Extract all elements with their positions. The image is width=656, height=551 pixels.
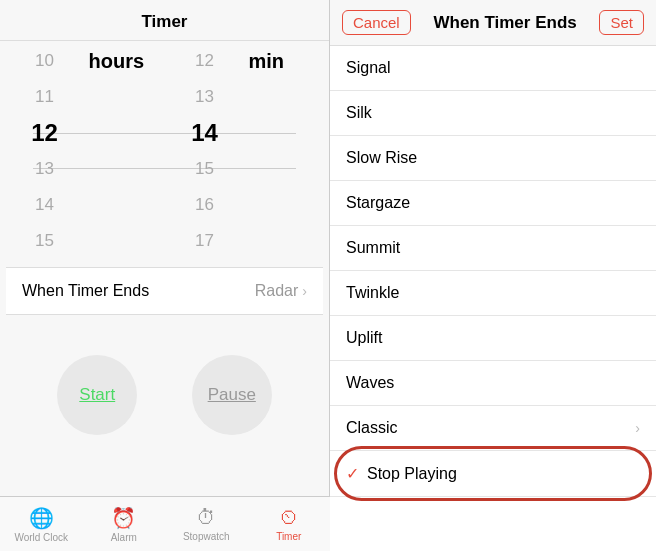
picker-item-selected: 12	[5, 115, 85, 151]
picker-item: 14	[5, 187, 85, 223]
tab-alarm[interactable]: ⏰ Alarm	[83, 497, 166, 551]
sound-item-twinkle[interactable]: Twinkle	[330, 271, 656, 316]
picker-item: 12	[165, 43, 245, 79]
minutes-column[interactable]: 12 13 14 15 16 17	[165, 43, 245, 259]
chevron-right-icon: ›	[302, 283, 307, 299]
picker-item: 13	[5, 151, 85, 187]
tab-timer[interactable]: ⏲ Timer	[248, 497, 331, 551]
sound-item-summit[interactable]: Summit	[330, 226, 656, 271]
picker-item: 13	[165, 79, 245, 115]
sound-item-stargaze[interactable]: Stargaze	[330, 181, 656, 226]
sound-item-classic[interactable]: Classic ›	[330, 406, 656, 451]
hours-column[interactable]: 10 11 12 13 14 15	[5, 43, 85, 259]
checkmark-icon: ✓	[346, 464, 359, 483]
timer-buttons: Start Pause	[0, 325, 329, 465]
right-header-title: When Timer Ends	[433, 13, 576, 33]
picker-item: 15	[5, 223, 85, 259]
picker-item: 17	[165, 223, 245, 259]
pause-button[interactable]: Pause	[192, 355, 272, 435]
bottom-tab-bar: 🌐 World Clock ⏰ Alarm ⏱ Stopwatch ⏲ Time…	[0, 496, 330, 551]
when-timer-ends-panel: Cancel When Timer Ends Set Signal Silk S…	[330, 0, 656, 551]
chevron-right-icon: ›	[635, 420, 640, 436]
right-header: Cancel When Timer Ends Set	[330, 0, 656, 46]
sound-list: Signal Silk Slow Rise Stargaze Summit Tw…	[330, 46, 656, 551]
timer-panel: Timer 10 11 12 13 14 15 hours 12 13	[0, 0, 330, 551]
timer-title: Timer	[0, 0, 329, 41]
sound-item-uplift[interactable]: Uplift	[330, 316, 656, 361]
picker-item: 16	[165, 187, 245, 223]
sound-item-silk[interactable]: Silk	[330, 91, 656, 136]
minutes-label: min	[245, 43, 325, 79]
tab-stopwatch[interactable]: ⏱ Stopwatch	[165, 497, 248, 551]
time-picker[interactable]: 10 11 12 13 14 15 hours 12 13 14 15 16 1…	[0, 41, 329, 261]
cancel-button[interactable]: Cancel	[342, 10, 411, 35]
hours-label: hours	[85, 43, 165, 79]
when-timer-value: Radar ›	[255, 282, 307, 300]
stopwatch-icon: ⏱	[196, 506, 216, 529]
sound-item-signal[interactable]: Signal	[330, 46, 656, 91]
set-button[interactable]: Set	[599, 10, 644, 35]
timer-icon: ⏲	[279, 506, 299, 529]
picker-item: 15	[165, 151, 245, 187]
tab-world-clock[interactable]: 🌐 World Clock	[0, 497, 83, 551]
start-button[interactable]: Start	[57, 355, 137, 435]
when-timer-ends-row[interactable]: When Timer Ends Radar ›	[6, 261, 323, 315]
alarm-icon: ⏰	[111, 506, 136, 530]
picker-item: 11	[5, 79, 85, 115]
picker-item: 10	[5, 43, 85, 79]
sound-item-slow-rise[interactable]: Slow Rise	[330, 136, 656, 181]
sound-item-stop-playing[interactable]: ✓ Stop Playing	[330, 451, 656, 497]
picker-item-selected: 14	[165, 115, 245, 151]
world-clock-icon: 🌐	[29, 506, 54, 530]
sound-item-waves[interactable]: Waves	[330, 361, 656, 406]
when-timer-label: When Timer Ends	[22, 282, 149, 300]
